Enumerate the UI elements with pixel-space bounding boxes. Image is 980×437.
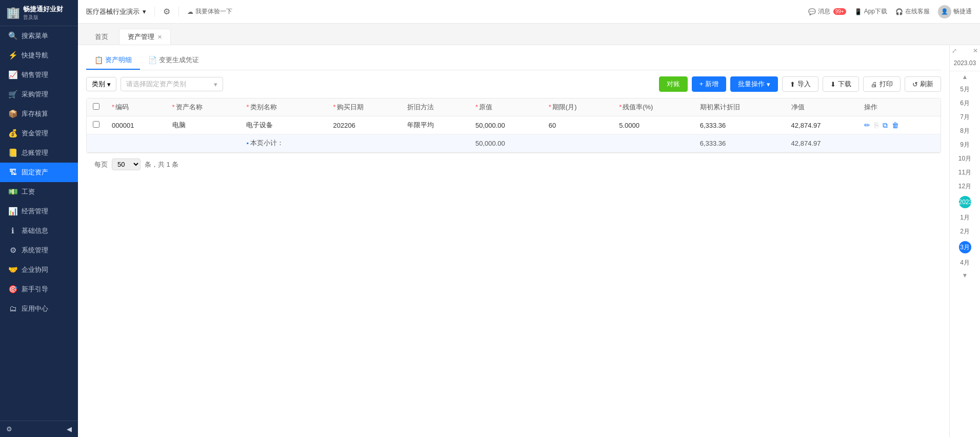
company-selector[interactable]: 医疗器械行业演示 ▾ — [86, 7, 146, 16]
month-11[interactable]: 11月 — [950, 166, 980, 180]
month-5[interactable]: 5月 — [950, 83, 980, 96]
sidebar-item-search[interactable]: 🔍 搜索菜单 — [0, 26, 78, 46]
category-filter-label[interactable]: 类别 ▾ — [86, 77, 116, 91]
header-category: *类别名称 — [240, 98, 327, 116]
refresh-icon: ↺ — [912, 81, 918, 88]
filter-placeholder: 请选择固定资产类别 — [126, 80, 186, 89]
sub-tab-change-voucher[interactable]: 📄 变更生成凭证 — [140, 51, 207, 70]
tab-asset-mgmt[interactable]: 资产管理 ✕ — [119, 29, 171, 45]
panel-nav-up[interactable]: ▲ — [962, 71, 968, 83]
sidebar-item-finance[interactable]: 💰 资金管理 — [0, 124, 78, 143]
collapse-icon[interactable]: ◀ — [67, 425, 72, 433]
sidebar-item-system[interactable]: ⚙ 系统管理 — [0, 241, 78, 260]
experience-button[interactable]: ☁ 我要体验一下 — [187, 7, 232, 16]
duplicate-icon[interactable]: ⧉ — [883, 121, 888, 130]
subtotal-empty7 — [613, 134, 694, 152]
sidebar-item-label: 经营管理 — [22, 207, 48, 216]
month-7[interactable]: 7月 — [950, 110, 980, 124]
month-10[interactable]: 10月 — [950, 152, 980, 166]
sidebar-item-business[interactable]: 📊 经营管理 — [0, 202, 78, 221]
header-net-value: 净值 — [785, 98, 858, 116]
sidebar-item-payroll[interactable]: 💵 工资 — [0, 182, 78, 202]
subtotal-empty5 — [401, 134, 469, 152]
subtotal-label: 本页小计： — [250, 139, 284, 147]
sidebar-item-inventory[interactable]: 📦 库存核算 — [0, 104, 78, 124]
service-icon: 🎧 — [895, 8, 903, 15]
row-select-checkbox[interactable] — [93, 121, 99, 128]
cell-category: 电子设备 — [240, 116, 327, 134]
user-menu[interactable]: 👤 畅捷通 — [938, 5, 972, 18]
message-label: 消息 — [818, 7, 830, 16]
sidebar-item-enterprise[interactable]: 🤝 企业协同 — [0, 260, 78, 280]
edit-icon[interactable]: ✏ — [864, 121, 870, 129]
subtotal-empty1 — [87, 134, 106, 152]
message-button[interactable]: 💬 消息 99+ — [808, 7, 846, 16]
download-button[interactable]: 📱 App下载 — [854, 7, 887, 16]
list-icon: 📋 — [94, 56, 103, 64]
sub-tab-asset-detail[interactable]: 📋 资产明细 — [86, 51, 140, 70]
service-button[interactable]: 🎧 在线客服 — [895, 7, 930, 16]
handshake-icon: 🤝 — [8, 265, 17, 274]
bar-chart-icon: 📊 — [8, 207, 17, 216]
user-name: 畅捷通 — [953, 7, 972, 16]
panel-expand-button[interactable]: ⤢ — [952, 47, 957, 54]
copy-icon[interactable]: ⎘ — [874, 121, 878, 129]
sidebar-item-purchase[interactable]: 🛒 采购管理 — [0, 85, 78, 104]
gear-icon: ⚙ — [8, 246, 17, 255]
tab-home[interactable]: 首页 — [86, 29, 117, 45]
delete-icon[interactable]: 🗑 — [892, 121, 899, 129]
sidebar-item-basic-info[interactable]: ℹ 基础信息 — [0, 221, 78, 241]
select-all-checkbox[interactable] — [93, 103, 99, 110]
panel-close-button[interactable]: ✕ — [973, 47, 978, 54]
month-4[interactable]: 4月 — [950, 256, 980, 270]
settings-icon[interactable]: ⚙ — [6, 425, 12, 433]
reconcile-button[interactable]: 对账 — [659, 76, 688, 92]
month-3-current[interactable]: 3月 — [950, 239, 980, 256]
box-icon: 📦 — [8, 109, 17, 118]
avatar: 👤 — [938, 5, 951, 18]
month-8[interactable]: 8月 — [950, 124, 980, 138]
month-12[interactable]: 12月 — [950, 180, 980, 193]
header-depreciation: 折旧方法 — [401, 98, 469, 116]
subtotal-label-cell: ▪ 本页小计： — [240, 134, 327, 152]
settings-button[interactable]: ⚙ — [163, 7, 170, 16]
panel-nav-down[interactable]: ▼ — [962, 270, 968, 281]
refresh-button[interactable]: ↺ 刷新 — [905, 76, 941, 92]
subtotal-empty6 — [543, 134, 613, 152]
sidebar-item-guide[interactable]: 🎯 新手引导 — [0, 280, 78, 299]
row-checkbox[interactable] — [87, 116, 106, 134]
sidebar-item-ledger[interactable]: 📒 总账管理 — [0, 143, 78, 163]
sidebar-item-quick-nav[interactable]: ⚡ 快捷导航 — [0, 46, 78, 65]
sidebar-item-label: 固定资产 — [22, 168, 48, 177]
month-1[interactable]: 1月 — [950, 211, 980, 225]
category-filter-input[interactable]: 请选择固定资产类别 ▾ — [121, 77, 223, 91]
header-code: *编码 — [106, 98, 166, 116]
cell-action: ✏ ⎘ ⧉ 🗑 — [858, 116, 941, 134]
import-button[interactable]: ⬆ 导入 — [782, 76, 818, 92]
per-page-select[interactable]: 50 10 20 100 — [112, 158, 141, 170]
sidebar-item-app-center[interactable]: 🗂 应用中心 — [0, 299, 78, 319]
header-checkbox[interactable] — [87, 98, 106, 116]
sidebar-item-fixed-assets[interactable]: 🏗 固定资产 — [0, 163, 78, 182]
tab-asset-mgmt-label: 资产管理 — [128, 32, 154, 42]
month-6[interactable]: 6月 — [950, 96, 980, 110]
cell-purchase-date: 202206 — [327, 116, 402, 134]
filter-label-text: 类别 — [92, 80, 105, 89]
header-name: *资产名称 — [166, 98, 241, 116]
chevron-down-icon: ▾ — [214, 81, 217, 88]
subtotal-net-value: 42,874.97 — [785, 134, 858, 152]
new-button[interactable]: + 新增 — [692, 76, 726, 92]
app-icon: 🗂 — [8, 304, 17, 313]
chart-icon: 📈 — [8, 70, 17, 80]
logo-icon: 🏢 — [6, 6, 20, 19]
sidebar-item-sales[interactable]: 📈 销售管理 — [0, 65, 78, 85]
month-2[interactable]: 2月 — [950, 225, 980, 239]
month-9[interactable]: 9月 — [950, 138, 980, 152]
tab-close-icon[interactable]: ✕ — [157, 34, 162, 41]
print-button[interactable]: 🖨 打印 — [863, 76, 901, 92]
batch-button[interactable]: 批量操作 ▾ — [730, 76, 778, 92]
cell-residual-rate: 5.0000 — [613, 116, 694, 134]
subtotal-original-value: 50,000.00 — [469, 134, 543, 152]
download-button[interactable]: ⬇ 下载 — [823, 76, 859, 92]
download-icon: ⬇ — [830, 81, 836, 88]
